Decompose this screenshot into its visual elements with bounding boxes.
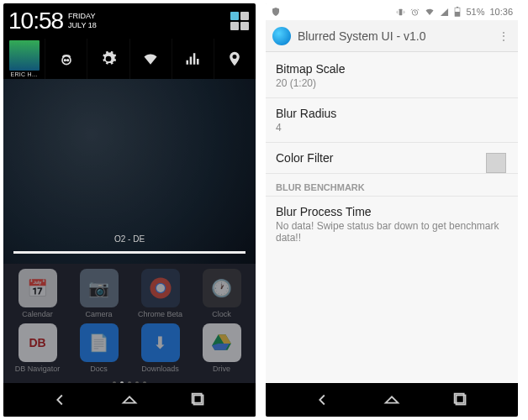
clock: 10:58: [8, 8, 63, 34]
settings-list: Bitmap Scale 20 (1:20) Blur Radius 4 Col…: [266, 52, 518, 383]
app-clock[interactable]: 🕐Clock: [195, 269, 249, 318]
app-drive[interactable]: Drive: [195, 323, 249, 373]
svg-rect-11: [455, 12, 460, 16]
phone-right: 51% 10:36 Blurred System UI - v1.0 ⋮ Bit…: [266, 3, 518, 417]
day-label: FRIDAY: [68, 12, 97, 21]
app-camera[interactable]: 📷Camera: [72, 269, 126, 318]
alarm-icon: [410, 8, 420, 17]
qs-cyanogen-tile[interactable]: [45, 39, 87, 79]
navigation-bar: [266, 383, 518, 417]
svg-point-1: [64, 60, 66, 61]
pref-value: 4: [276, 122, 508, 134]
notification-shade[interactable]: O2 - DE: [3, 79, 256, 264]
nav-back-button[interactable]: [314, 391, 332, 409]
pref-color-filter[interactable]: Color Filter: [266, 143, 518, 174]
app-calendar[interactable]: 📅Calendar: [11, 269, 65, 318]
avatar: [9, 40, 40, 71]
signal-icon: [440, 8, 449, 17]
nav-home-button[interactable]: [383, 391, 401, 409]
status-bar: 51% 10:36: [266, 3, 518, 20]
app-chrome-beta[interactable]: Chrome Beta: [134, 269, 187, 318]
vibrate-icon: [396, 8, 405, 17]
qs-user-tile[interactable]: ERIC H...: [3, 39, 45, 79]
shield-icon: [271, 7, 281, 17]
pref-title: Color Filter: [276, 151, 508, 165]
qs-wifi-tile[interactable]: [130, 39, 172, 79]
pref-value: No data! Swipe status bar down to get be…: [276, 220, 508, 244]
status-time: 10:36: [489, 7, 513, 17]
pref-blur-radius[interactable]: Blur Radius 4: [266, 98, 518, 143]
color-swatch[interactable]: [486, 153, 506, 173]
pref-title: Blur Radius: [276, 107, 508, 120]
app-title: Blurred System UI - v1.0: [298, 29, 426, 43]
svg-point-5: [156, 284, 165, 292]
app-row: 📅Calendar 📷Camera Chrome Beta 🕐Clock: [7, 269, 252, 318]
qs-signal-tile[interactable]: [172, 39, 214, 79]
nav-back-button[interactable]: [51, 391, 70, 409]
battery-icon: [454, 7, 461, 17]
wifi-icon: [142, 50, 159, 67]
app-row: DBDB Navigator 📄Docs ⬇Downloads Drive: [7, 323, 252, 373]
battery-percent: 51%: [466, 7, 484, 17]
navigation-bar: [3, 383, 256, 417]
phone-left: 10:58 FRIDAY JULY 18 ERIC H...: [3, 3, 256, 417]
nav-home-button[interactable]: [120, 391, 139, 409]
svg-rect-8: [399, 8, 403, 14]
date: FRIDAY JULY 18: [68, 12, 97, 30]
svg-point-2: [67, 60, 69, 61]
gear-icon: [100, 50, 117, 67]
status-bar: 10:58 FRIDAY JULY 18: [3, 3, 256, 39]
overflow-menu-icon[interactable]: ⋮: [498, 29, 511, 43]
shade-handle[interactable]: [13, 251, 246, 254]
pref-title: Bitmap Scale: [276, 62, 508, 76]
home-screen: 📅Calendar 📷Camera Chrome Beta 🕐Clock DBD…: [3, 264, 256, 388]
pref-value: 20 (1:20): [276, 77, 508, 89]
quick-settings-row: ERIC H...: [3, 39, 256, 79]
pref-blur-process-time[interactable]: Blur Process Time No data! Swipe status …: [266, 197, 518, 252]
app-downloads[interactable]: ⬇Downloads: [134, 323, 187, 373]
carrier-label: O2 - DE: [3, 234, 256, 244]
qs-settings-tile[interactable]: [87, 39, 129, 79]
section-header: BLUR BENCHMARK: [266, 174, 518, 197]
qs-label: ERIC H...: [10, 71, 37, 77]
svg-rect-12: [457, 7, 458, 8]
action-bar: Blurred System UI - v1.0 ⋮: [266, 20, 518, 52]
app-docs[interactable]: 📄Docs: [72, 323, 126, 373]
nav-recents-button[interactable]: [189, 391, 208, 409]
wifi-icon: [425, 7, 435, 17]
location-icon: [226, 50, 243, 67]
pref-bitmap-scale[interactable]: Bitmap Scale 20 (1:20): [266, 54, 518, 98]
pref-title: Blur Process Time: [276, 205, 508, 218]
nav-recents-button[interactable]: [451, 391, 470, 409]
signal-icon: [184, 50, 201, 67]
qs-location-tile[interactable]: [214, 39, 256, 79]
date-label: JULY 18: [68, 21, 97, 30]
app-logo-icon: [272, 27, 291, 45]
app-db-navigator[interactable]: DBDB Navigator: [11, 323, 65, 373]
cyanogen-icon: [58, 50, 75, 67]
quick-settings-toggle-icon[interactable]: [230, 12, 249, 30]
